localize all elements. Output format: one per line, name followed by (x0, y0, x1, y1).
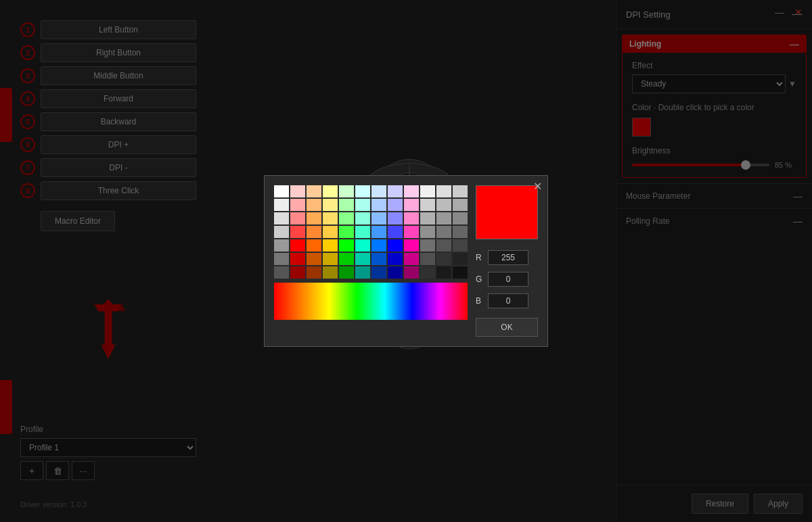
color-cell[interactable] (307, 266, 321, 279)
color-cell[interactable] (388, 185, 403, 197)
hue-bar[interactable] (274, 283, 468, 320)
color-cell[interactable] (274, 185, 289, 197)
color-cell[interactable] (436, 266, 451, 279)
r-label: R (476, 253, 484, 262)
color-cell[interactable] (388, 226, 403, 238)
color-cell[interactable] (290, 226, 305, 238)
color-cell[interactable] (290, 266, 305, 279)
color-cell[interactable] (420, 239, 435, 252)
g-label: G (476, 275, 484, 284)
color-cell[interactable] (355, 199, 370, 211)
color-cell[interactable] (453, 226, 468, 238)
color-cell[interactable] (339, 199, 354, 211)
color-cell[interactable] (355, 212, 370, 224)
color-cell[interactable] (290, 199, 305, 211)
dialog-close-button[interactable]: ✕ (533, 180, 542, 193)
color-cell[interactable] (339, 253, 354, 265)
color-cell[interactable] (420, 212, 435, 224)
color-cell[interactable] (307, 199, 321, 211)
color-cell[interactable] (388, 266, 403, 279)
color-cell[interactable] (420, 266, 435, 279)
color-cell[interactable] (453, 239, 468, 252)
color-cell[interactable] (404, 239, 419, 252)
color-cell[interactable] (436, 185, 451, 197)
color-cell[interactable] (388, 239, 403, 252)
color-cell[interactable] (274, 212, 289, 224)
color-cell[interactable] (307, 185, 321, 197)
color-picker-dialog: ✕ R (264, 175, 548, 347)
color-cell[interactable] (404, 185, 419, 197)
color-cell[interactable] (453, 199, 468, 211)
color-cell[interactable] (371, 239, 386, 252)
color-cell[interactable] (307, 226, 321, 238)
g-input[interactable] (488, 272, 528, 287)
color-cell[interactable] (355, 185, 370, 197)
color-cell[interactable] (290, 253, 305, 265)
selected-color-box (476, 185, 538, 239)
color-cell[interactable] (388, 199, 403, 211)
color-cell[interactable] (388, 212, 403, 224)
color-cell[interactable] (371, 226, 386, 238)
color-cell[interactable] (420, 199, 435, 211)
color-cell[interactable] (453, 253, 468, 265)
color-cell[interactable] (371, 212, 386, 224)
color-cell[interactable] (339, 212, 354, 224)
color-cell[interactable] (371, 199, 386, 211)
g-row: G (476, 272, 538, 287)
color-cell[interactable] (323, 185, 338, 197)
color-cell[interactable] (388, 253, 403, 265)
color-grid (274, 185, 468, 279)
b-input[interactable] (488, 293, 528, 308)
color-cell[interactable] (290, 212, 305, 224)
color-cell[interactable] (436, 199, 451, 211)
color-cell[interactable] (339, 185, 354, 197)
color-cell[interactable] (355, 239, 370, 252)
color-cell[interactable] (274, 199, 289, 211)
color-cell[interactable] (436, 226, 451, 238)
dialog-right: R G B OK (476, 185, 538, 337)
color-cell[interactable] (307, 239, 321, 252)
color-cell[interactable] (404, 199, 419, 211)
color-cell[interactable] (274, 266, 289, 279)
color-cell[interactable] (453, 212, 468, 224)
color-cell[interactable] (355, 266, 370, 279)
color-cell[interactable] (453, 266, 468, 279)
color-cell[interactable] (404, 212, 419, 224)
color-cell[interactable] (453, 185, 468, 197)
color-cell[interactable] (339, 239, 354, 252)
color-cell[interactable] (323, 199, 338, 211)
color-cell[interactable] (371, 253, 386, 265)
color-cell[interactable] (355, 226, 370, 238)
color-cell[interactable] (436, 212, 451, 224)
color-cell[interactable] (307, 253, 321, 265)
color-cell[interactable] (323, 212, 338, 224)
color-cell[interactable] (290, 239, 305, 252)
color-cell[interactable] (339, 266, 354, 279)
color-cell[interactable] (274, 226, 289, 238)
color-cell[interactable] (274, 239, 289, 252)
color-cell[interactable] (290, 185, 305, 197)
color-cell[interactable] (371, 185, 386, 197)
color-cell[interactable] (420, 226, 435, 238)
color-cell[interactable] (323, 239, 338, 252)
color-cell[interactable] (274, 253, 289, 265)
color-cell[interactable] (355, 253, 370, 265)
dialog-left (274, 185, 468, 337)
b-row: B (476, 293, 538, 308)
dialog-main: R G B OK (274, 185, 538, 337)
color-cell[interactable] (323, 253, 338, 265)
r-input[interactable] (488, 250, 528, 265)
color-cell[interactable] (436, 253, 451, 265)
color-cell[interactable] (307, 212, 321, 224)
color-cell[interactable] (404, 253, 419, 265)
dialog-ok-button[interactable]: OK (476, 318, 538, 337)
color-cell[interactable] (420, 185, 435, 197)
color-cell[interactable] (323, 226, 338, 238)
color-cell[interactable] (436, 239, 451, 252)
color-cell[interactable] (339, 226, 354, 238)
color-cell[interactable] (404, 226, 419, 238)
color-cell[interactable] (420, 253, 435, 265)
color-cell[interactable] (323, 266, 338, 279)
color-cell[interactable] (371, 266, 386, 279)
color-cell[interactable] (404, 266, 419, 279)
